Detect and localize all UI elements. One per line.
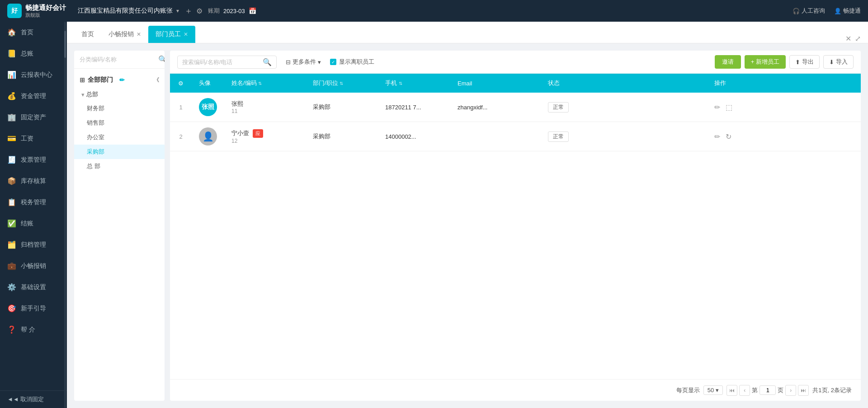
dept-hq-group[interactable]: ▾ 总部 bbox=[74, 88, 165, 101]
row-action-2: ✏ ↻ bbox=[707, 122, 861, 151]
employee-table: ⚙ 头像 姓名/编码 ⇅ 部门/职位 ⇅ 手机 ⇅ bbox=[170, 74, 861, 151]
sidebar-item-xiaochang[interactable]: 💼 小畅报销 bbox=[0, 255, 67, 277]
action-icons-2: ✏ ↻ bbox=[714, 132, 854, 141]
unpin-btn[interactable]: ◄◄ 取消固定 bbox=[0, 390, 67, 408]
tab-dept-emp-label: 部门员工 bbox=[156, 30, 181, 38]
settings-icon[interactable]: ⚙ bbox=[196, 7, 203, 15]
table-header-row: ⚙ 头像 姓名/编码 ⇅ 部门/职位 ⇅ 手机 ⇅ bbox=[170, 74, 861, 93]
col-status: 状态 bbox=[541, 74, 707, 93]
sidebar-label-cloud-report: 云报表中心 bbox=[21, 71, 52, 79]
sidebar-item-guide[interactable]: 🎯 新手引导 bbox=[0, 298, 67, 319]
sidebar-item-ledger[interactable]: 📒 总账 bbox=[0, 43, 67, 64]
tab-bar: 首页 小畅报销 ✕ 部门员工 ✕ ✕ ⤢ bbox=[67, 22, 868, 43]
sidebar-item-salary[interactable]: 💳 工资 bbox=[0, 128, 67, 149]
sidebar-item-fund[interactable]: 💰 资金管理 bbox=[0, 85, 67, 107]
sidebar-label-home: 首页 bbox=[21, 28, 33, 37]
page-size-selector[interactable]: 50 ▾ bbox=[703, 385, 723, 395]
col-name-code[interactable]: 姓名/编码 ⇅ bbox=[224, 74, 306, 93]
filter-btn[interactable]: ⊟ 更多条件 ▾ bbox=[281, 56, 326, 68]
dept-edit-icon[interactable]: ✏ bbox=[119, 76, 125, 84]
tab-home-label: 首页 bbox=[81, 30, 94, 38]
import-btn[interactable]: ⬇ 导入 bbox=[823, 55, 854, 69]
sidebar-item-cloud-report[interactable]: 📊 云报表中心 bbox=[0, 64, 67, 85]
invite-btn[interactable]: 邀请 bbox=[715, 55, 741, 69]
col-dept[interactable]: 部门/职位 ⇅ bbox=[306, 74, 378, 93]
dept-all-item[interactable]: ⊞ 全部部门 ✏ 《 bbox=[74, 72, 165, 88]
invoice-icon: 🧾 bbox=[7, 155, 16, 164]
inventory-icon: 📦 bbox=[7, 177, 16, 185]
row-phone-1: 18720211 7... bbox=[378, 93, 450, 122]
add-icon[interactable]: ＋ bbox=[184, 5, 193, 16]
sidebar-item-inventory[interactable]: 📦 库存核算 bbox=[0, 170, 67, 192]
support-btn[interactable]: 🎧 人工咨询 bbox=[793, 7, 825, 15]
tab-home[interactable]: 首页 bbox=[74, 26, 101, 43]
checkout-icon: ✅ bbox=[7, 219, 16, 228]
row-dept-2: 采购部 bbox=[306, 122, 378, 151]
avatar-2: 👤 bbox=[199, 127, 217, 145]
row-phone-2: 14000002... bbox=[378, 122, 450, 151]
dept-finance[interactable]: 财务部 bbox=[74, 101, 165, 116]
company-dropdown-icon[interactable]: ▾ bbox=[176, 8, 179, 14]
dept-search-icon[interactable]: 🔍 bbox=[158, 55, 165, 64]
edit-icon-2[interactable]: ✏ bbox=[714, 132, 720, 141]
dept-procurement[interactable]: 采购部 bbox=[74, 145, 165, 159]
sidebar-item-home[interactable]: 🏠 首页 bbox=[0, 22, 67, 43]
tab-xiaochang-label: 小畅报销 bbox=[108, 30, 134, 38]
table-row: 2 👤 宁小壹 应 12 bbox=[170, 122, 861, 151]
edit-icon-1[interactable]: ✏ bbox=[714, 103, 720, 112]
sidebar-item-invoice[interactable]: 🧾 发票管理 bbox=[0, 149, 67, 170]
page-next-btn[interactable]: › bbox=[785, 385, 796, 396]
export-btn[interactable]: ⬆ 导出 bbox=[789, 55, 820, 69]
tab-close-btn[interactable]: ✕ bbox=[845, 34, 851, 43]
sidebar-item-help[interactable]: ❓ 帮 介 bbox=[0, 319, 67, 340]
page-last-btn[interactable]: ⏭ bbox=[798, 385, 809, 396]
headset-icon: 🎧 bbox=[793, 8, 800, 14]
dept-office[interactable]: 办公室 bbox=[74, 130, 165, 145]
show-left-checkbox[interactable] bbox=[330, 59, 336, 65]
avatar-1: 张照 bbox=[199, 98, 217, 116]
sidebar-label-inventory: 库存核算 bbox=[21, 177, 46, 185]
tab-dept-emp-close-icon[interactable]: ✕ bbox=[184, 31, 188, 38]
sidebar-label-xiaochang: 小畅报销 bbox=[21, 262, 46, 270]
sidebar-item-tax[interactable]: 📋 税务管理 bbox=[0, 192, 67, 213]
page-first-btn[interactable]: ⏮ bbox=[726, 385, 737, 396]
col-phone[interactable]: 手机 ⇅ bbox=[378, 74, 450, 93]
row-name-2: 宁小壹 应 12 bbox=[224, 122, 306, 151]
dept-finance-label: 财务部 bbox=[87, 104, 104, 113]
tab-xiaochang[interactable]: 小畅报销 ✕ bbox=[101, 26, 148, 43]
tab-dept-emp[interactable]: 部门员工 ✕ bbox=[148, 26, 195, 43]
page-input[interactable] bbox=[760, 385, 776, 395]
dept-all-icon: ⊞ bbox=[80, 76, 85, 84]
xiaochang-icon: 💼 bbox=[7, 262, 16, 270]
sidebar-label-salary: 工资 bbox=[21, 135, 33, 143]
sidebar-item-settings[interactable]: ⚙️ 基础设置 bbox=[0, 277, 67, 298]
dept-search-input[interactable] bbox=[80, 56, 156, 63]
page-nav: ⏮ ‹ 第 页 › ⏭ bbox=[726, 385, 809, 396]
emp-search-icon[interactable]: 🔍 bbox=[263, 58, 272, 66]
logout-icon-1[interactable]: ⬚ bbox=[726, 103, 732, 112]
dept-sales[interactable]: 销售部 bbox=[74, 116, 165, 130]
calendar-icon[interactable]: 📅 bbox=[249, 7, 256, 14]
sidebar-item-checkout[interactable]: ✅ 结账 bbox=[0, 213, 67, 234]
tab-xiaochang-close-icon[interactable]: ✕ bbox=[137, 31, 141, 38]
user-btn[interactable]: 👤 畅捷通 bbox=[834, 7, 861, 15]
content-area: 首页 小畅报销 ✕ 部门员工 ✕ ✕ ⤢ 🔍 bbox=[67, 22, 868, 408]
scrollbar-track[interactable] bbox=[64, 22, 66, 408]
unpin-label: ◄◄ 取消固定 bbox=[7, 395, 44, 403]
page-label-second: 页 bbox=[778, 386, 783, 394]
logo-sub: 旗舰版 bbox=[25, 12, 66, 19]
add-emp-btn[interactable]: + 新增员工 bbox=[745, 55, 786, 69]
emp-toolbar: 🔍 ⊟ 更多条件 ▾ 显示离职员工 邀请 + 新增员工 bbox=[170, 51, 861, 74]
dept-collapse-icon[interactable]: 《 bbox=[154, 76, 159, 84]
tab-expand-btn[interactable]: ⤢ bbox=[855, 34, 861, 43]
refresh-icon-2[interactable]: ↻ bbox=[726, 132, 731, 141]
emp-search-input[interactable] bbox=[182, 59, 260, 66]
page-prev-btn[interactable]: ‹ bbox=[739, 385, 750, 396]
row-num-2: 2 bbox=[170, 122, 192, 151]
col-settings[interactable]: ⚙ bbox=[170, 74, 192, 93]
sidebar-item-fixed-asset[interactable]: 🏢 固定资产 bbox=[0, 107, 67, 128]
dept-hq2[interactable]: 总 部 bbox=[74, 159, 165, 174]
main-layout: 🏠 首页 📒 总账 📊 云报表中心 💰 资金管理 🏢 固定资产 💳 工资 🧾 发… bbox=[0, 22, 868, 408]
sidebar-item-archive[interactable]: 🗂️ 归档管理 bbox=[0, 234, 67, 255]
emp-table-body: 1 张照 张熙 11 采购部 18720211 7... z bbox=[170, 93, 861, 151]
